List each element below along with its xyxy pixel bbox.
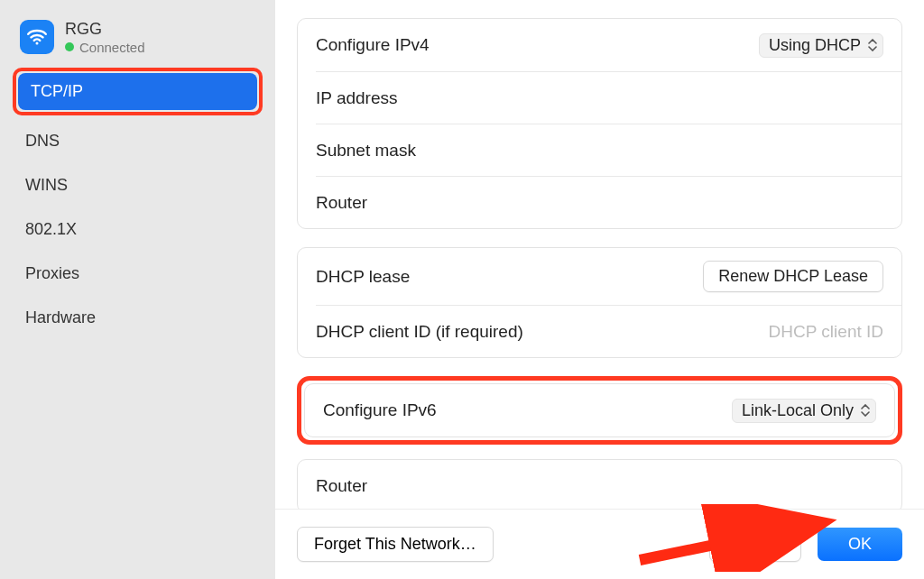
row-configure-ipv4: Configure IPv4 Using DHCP [298,19,901,71]
svg-point-0 [35,42,38,45]
dhcp-panel: DHCP lease Renew DHCP Lease DHCP client … [297,247,902,358]
row-ipv6-router: Router [298,460,901,512]
updown-stepper-icon [859,404,872,417]
sidebar-item-8021x[interactable]: 802.1X [13,211,263,248]
sidebar-item-label: TCP/IP [31,82,83,100]
cancel-button[interactable]: Cancel [709,527,801,562]
network-status: Connected [79,40,145,55]
ok-button[interactable]: OK [818,528,902,561]
select-value: Using DHCP [769,36,861,55]
network-meta: RGG Connected [65,20,145,55]
label-configure-ipv6: Configure IPv6 [323,400,437,420]
network-status-row: Connected [65,40,145,55]
sidebar-item-proxies[interactable]: Proxies [13,255,263,292]
sidebar-item-label: DNS [25,132,60,150]
main-content: Configure IPv4 Using DHCP IP address Sub… [275,0,924,579]
wifi-icon [20,20,54,54]
ipv6-router-panel: Router [297,459,902,513]
sidebar-item-label: WINS [25,176,68,194]
label-router: Router [316,193,367,213]
sidebar-item-label: 802.1X [25,220,77,238]
label-ip-address: IP address [316,88,397,108]
sidebar-item-label: Hardware [25,308,96,326]
ipv6-configure-panel: Configure IPv6 Link-Local Only [304,383,895,437]
select-configure-ipv4[interactable]: Using DHCP [759,33,883,58]
footer-bar: Forget This Network… Cancel OK [275,509,924,579]
select-configure-ipv6[interactable]: Link-Local Only [732,399,876,423]
label-subnet-mask: Subnet mask [316,141,416,161]
row-subnet-mask: Subnet mask [316,124,901,176]
settings-scroll-area[interactable]: Configure IPv4 Using DHCP IP address Sub… [297,18,902,519]
select-value: Link-Local Only [742,401,854,420]
label-configure-ipv4: Configure IPv4 [316,35,430,55]
sidebar-item-dns[interactable]: DNS [13,123,263,160]
dhcp-client-id-field[interactable]: DHCP client ID [769,322,883,342]
sidebar-item-tcpip[interactable]: TCP/IP [18,73,257,110]
label-dhcp-client-id: DHCP client ID (if required) [316,322,523,342]
ipv4-panel: Configure IPv4 Using DHCP IP address Sub… [297,18,902,229]
sidebar: RGG Connected TCP/IP DNS WINS 802.1X Pro… [0,0,275,579]
sidebar-item-hardware[interactable]: Hardware [13,299,263,336]
label-dhcp-lease: DHCP lease [316,267,410,287]
annotation-highlight-ipv6: Configure IPv6 Link-Local Only [297,376,902,445]
sidebar-item-label: Proxies [25,264,79,282]
forget-network-button[interactable]: Forget This Network… [297,527,494,562]
network-header: RGG Connected [13,18,263,66]
status-dot-icon [65,42,74,51]
row-router: Router [316,176,901,228]
row-dhcp-lease: DHCP lease Renew DHCP Lease [298,248,901,305]
row-ip-address: IP address [316,71,901,124]
network-name: RGG [65,20,145,40]
renew-dhcp-lease-button[interactable]: Renew DHCP Lease [703,261,883,292]
updown-stepper-icon [866,39,879,51]
row-configure-ipv6: Configure IPv6 Link-Local Only [305,384,894,437]
label-ipv6-router: Router [316,476,367,496]
sidebar-item-wins[interactable]: WINS [13,167,263,204]
annotation-highlight-tcpip: TCP/IP [13,68,263,115]
row-dhcp-client-id: DHCP client ID (if required) DHCP client… [316,305,901,357]
